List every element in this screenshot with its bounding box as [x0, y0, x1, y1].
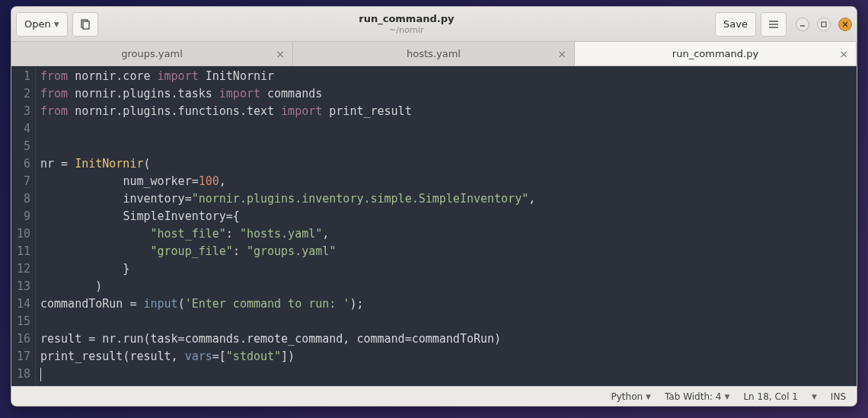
insert-mode-label: INS: [831, 391, 846, 402]
code-line[interactable]: commandToRun = input('Enter command to r…: [40, 295, 857, 313]
svg-rect-2: [822, 22, 826, 27]
minimize-button[interactable]: [796, 18, 809, 31]
open-button[interactable]: Open ▼: [16, 12, 68, 37]
cursor-position-label: Ln 18, Col 1: [743, 391, 798, 402]
line-number: 6: [11, 155, 30, 173]
save-button-label: Save: [723, 18, 748, 30]
chevron-down-icon: ▼: [54, 21, 59, 28]
titlebar: Open ▼ run_command.py ~/nornir Save: [11, 7, 857, 42]
minimize-icon: [799, 21, 806, 28]
line-number: 11: [11, 243, 30, 260]
line-number: 10: [11, 225, 30, 243]
line-number: 15: [11, 313, 30, 330]
code-line[interactable]: num_worker=100,: [40, 173, 857, 190]
code-line[interactable]: from nornir.core import InitNornir: [40, 68, 857, 85]
title-area: run_command.py ~/nornir: [103, 13, 710, 35]
tab-width-label: Tab Width: 4: [665, 391, 721, 402]
save-button[interactable]: Save: [715, 12, 756, 37]
window-subtitle: ~/nornir: [103, 25, 710, 35]
window-title: run_command.py: [103, 13, 710, 25]
tab-close-icon[interactable]: ×: [557, 48, 566, 60]
tab-label: groups.yaml: [121, 48, 183, 59]
code-line[interactable]: inventory="nornir.plugins.inventory.simp…: [40, 190, 857, 208]
tab-width-selector[interactable]: Tab Width: 4 ▼: [665, 391, 729, 402]
line-number: 8: [11, 190, 30, 208]
code-line[interactable]: [40, 120, 857, 138]
line-number: 4: [11, 120, 30, 138]
close-button[interactable]: [838, 18, 852, 31]
tab-close-icon[interactable]: ×: [839, 48, 848, 60]
line-number: 14: [11, 295, 30, 313]
code-line[interactable]: print_result(result, vars=["stdout"]): [40, 348, 857, 365]
open-button-label: Open: [24, 18, 51, 30]
line-number: 17: [11, 348, 30, 365]
code-content[interactable]: from nornir.core import InitNornirfrom n…: [36, 66, 857, 386]
language-selector[interactable]: Python ▼: [611, 391, 651, 402]
line-number: 5: [11, 138, 30, 155]
code-line[interactable]: [40, 365, 857, 383]
tab-run-command-py[interactable]: run_command.py ×: [575, 42, 857, 65]
code-line[interactable]: }: [40, 260, 857, 278]
editor-window: Open ▼ run_command.py ~/nornir Save: [11, 6, 857, 407]
chevron-down-icon: ▼: [725, 393, 730, 400]
cursor-position[interactable]: Ln 18, Col 1: [743, 391, 798, 402]
statusbar: Python ▼ Tab Width: 4 ▼ Ln 18, Col 1 ▼ I…: [11, 386, 857, 406]
chevron-down-icon: ▼: [812, 393, 817, 400]
editor-area[interactable]: 123456789101112131415161718 from nornir.…: [11, 66, 857, 386]
maximize-button[interactable]: [817, 18, 831, 31]
line-number: 2: [11, 85, 30, 103]
code-line[interactable]: from nornir.plugins.functions.text impor…: [40, 103, 857, 120]
line-number-gutter: 123456789101112131415161718: [11, 66, 36, 386]
hamburger-menu-button[interactable]: [761, 12, 787, 37]
new-tab-button[interactable]: [72, 12, 98, 37]
code-line[interactable]: SimpleInventory={: [40, 208, 857, 225]
code-line[interactable]: nr = InitNornir(: [40, 155, 857, 173]
svg-rect-1: [83, 21, 89, 29]
line-number: 1: [11, 68, 30, 85]
code-line[interactable]: from nornir.plugins.tasks import command…: [40, 85, 857, 103]
code-line[interactable]: "host_file": "hosts.yaml",: [40, 225, 857, 243]
code-line[interactable]: "group_file": "groups.yaml": [40, 243, 857, 260]
line-number: 9: [11, 208, 30, 225]
close-icon: [841, 21, 849, 28]
tab-label: hosts.yaml: [407, 48, 461, 59]
insert-mode[interactable]: INS: [831, 391, 846, 402]
new-document-icon: [79, 18, 91, 30]
tab-close-icon[interactable]: ×: [276, 48, 285, 60]
tab-hosts-yaml[interactable]: hosts.yaml ×: [293, 42, 575, 65]
line-number: 7: [11, 173, 30, 190]
line-number: 3: [11, 103, 30, 120]
window-controls: [796, 18, 852, 31]
maximize-icon: [820, 21, 828, 28]
tabbar: groups.yaml × hosts.yaml × run_command.p…: [11, 42, 857, 66]
tab-groups-yaml[interactable]: groups.yaml ×: [11, 42, 293, 65]
line-number: 16: [11, 330, 30, 348]
hamburger-icon: [768, 19, 779, 30]
chevron-down-icon: ▼: [646, 393, 651, 400]
code-line[interactable]: [40, 138, 857, 155]
tab-label: run_command.py: [672, 48, 758, 59]
language-label: Python: [611, 391, 643, 402]
code-line[interactable]: result = nr.run(task=commands.remote_com…: [40, 330, 857, 348]
line-number: 12: [11, 260, 30, 278]
line-number: 18: [11, 365, 30, 383]
code-line[interactable]: [40, 313, 857, 330]
line-number: 13: [11, 278, 30, 295]
text-cursor: [40, 368, 41, 381]
code-line[interactable]: ): [40, 278, 857, 295]
